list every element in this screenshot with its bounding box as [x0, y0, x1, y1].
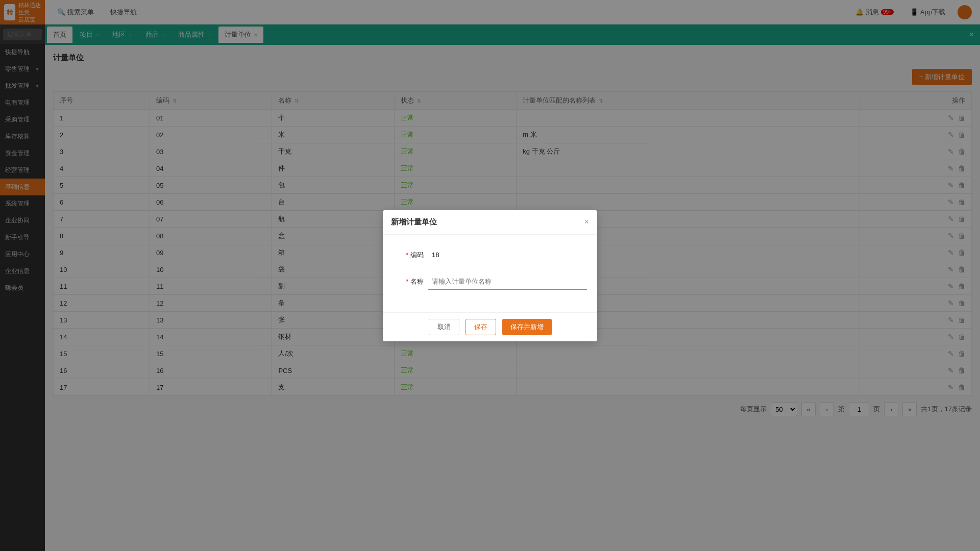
- modal-header: 新增计量单位 ×: [383, 210, 597, 235]
- modal-overlay[interactable]: 新增计量单位 × 编码 名称 取消 保存 保存并新增: [0, 0, 980, 551]
- code-label: 编码: [393, 251, 424, 260]
- name-row: 名称: [393, 273, 587, 290]
- modal-body: 编码 名称: [383, 235, 597, 312]
- modal-footer: 取消 保存 保存并新增: [383, 312, 597, 341]
- cancel-button[interactable]: 取消: [429, 319, 459, 335]
- name-label: 名称: [393, 277, 424, 286]
- code-row: 编码: [393, 247, 587, 263]
- modal-title: 新增计量单位: [391, 217, 437, 227]
- code-input[interactable]: [428, 247, 587, 263]
- save-button[interactable]: 保存: [465, 319, 496, 335]
- add-unit-modal: 新增计量单位 × 编码 名称 取消 保存 保存并新增: [383, 210, 597, 341]
- name-input[interactable]: [428, 273, 587, 290]
- save-add-button[interactable]: 保存并新增: [502, 319, 552, 335]
- modal-close-btn[interactable]: ×: [584, 217, 589, 227]
